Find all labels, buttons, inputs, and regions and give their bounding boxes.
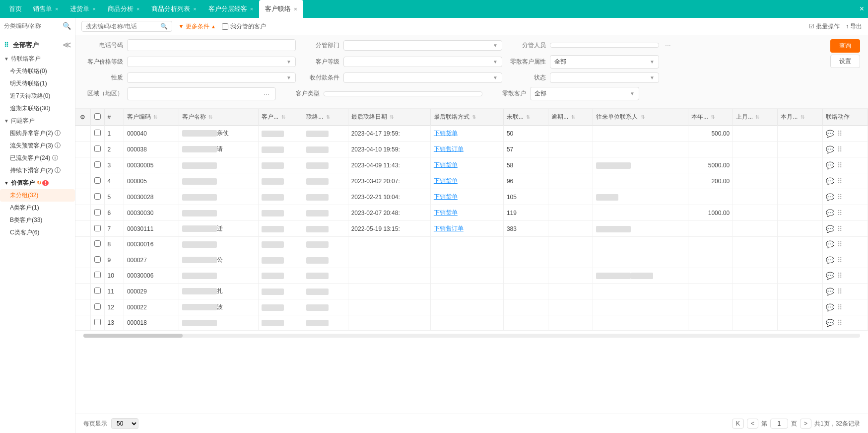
tab-product-list[interactable]: 商品分析列表 × — [145, 0, 202, 18]
manager-dots-icon[interactable]: ··· — [665, 41, 671, 49]
my-customers-checkbox[interactable] — [222, 23, 228, 30]
row-checkbox[interactable] — [94, 209, 101, 216]
grid-icon[interactable]: ⠿ — [837, 209, 842, 217]
message-icon[interactable]: 💬 — [826, 288, 834, 295]
collapse-icon[interactable]: ≪ — [63, 40, 71, 50]
sidebar-item-abnormal[interactable]: 囤购异常客户(2) ⓘ — [0, 127, 75, 140]
grid-icon[interactable]: ⠿ — [837, 303, 842, 311]
tab-product-analysis-close[interactable]: × — [136, 6, 139, 12]
export-btn[interactable]: ↑ 导出 — [846, 22, 862, 31]
grid-icon[interactable]: ⠿ — [837, 193, 842, 201]
th-code[interactable]: 客户编码 ⇅ — [124, 109, 179, 126]
sidebar-item-tomorrow[interactable]: 明天待联络(1) — [0, 77, 75, 90]
tab-purchase-close[interactable]: × — [92, 6, 95, 12]
sidebar-group-pending[interactable]: ▼ 待联络客户 — [0, 53, 75, 65]
sidebar-group-value[interactable]: ▼ 价值客户 ↻ ! — [0, 177, 75, 189]
contact-method-link[interactable]: 下销售订单 — [434, 145, 464, 152]
tab-home[interactable]: 首页 — [4, 0, 27, 18]
phone-input[interactable] — [127, 39, 296, 51]
grid-icon[interactable]: ⠿ — [837, 145, 842, 153]
tab-purchase[interactable]: 进货单 × — [64, 0, 101, 18]
tab-product-list-close[interactable]: × — [193, 6, 196, 12]
next-page-btn[interactable]: > — [800, 419, 811, 429]
row-checkbox[interactable] — [94, 303, 101, 310]
region-select[interactable]: ··· — [127, 87, 276, 100]
th-settings[interactable]: ⚙ — [75, 109, 90, 126]
search-icon[interactable]: 🔍 — [160, 23, 168, 30]
message-icon[interactable]: 💬 — [826, 130, 834, 138]
row-checkbox[interactable] — [94, 130, 101, 136]
sidebar-item-b-class[interactable]: B类客户(33) — [0, 214, 75, 226]
status-select[interactable]: ▼ — [550, 72, 659, 83]
retail-cust-select[interactable]: 全部 ▼ — [530, 87, 639, 100]
th-days-no-contact[interactable]: 未联... ⇅ — [503, 109, 548, 126]
window-close-icon[interactable]: × — [860, 4, 864, 13]
th-type[interactable]: 客户... ⇅ — [259, 109, 303, 126]
message-icon[interactable]: 💬 — [826, 145, 834, 153]
message-icon[interactable]: 💬 — [826, 209, 834, 217]
scrollbar-thumb[interactable] — [83, 334, 183, 338]
message-icon[interactable]: 💬 — [826, 256, 834, 264]
th-last-contact-method[interactable]: 最后联络方式 ⇅ — [430, 109, 503, 126]
grid-icon[interactable]: ⠿ — [837, 288, 842, 295]
nature-select[interactable]: ▼ — [127, 72, 296, 83]
cust-type-select[interactable] — [324, 91, 482, 96]
sidebar-item-week[interactable]: 近7天待联络(0) — [0, 90, 75, 102]
row-checkbox[interactable] — [94, 319, 101, 325]
grid-icon[interactable]: ⠿ — [837, 319, 842, 327]
message-icon[interactable]: 💬 — [826, 193, 834, 201]
retail-attr-select[interactable]: 全部 ▼ — [550, 55, 659, 69]
tab-sales[interactable]: 销售单 × — [27, 0, 64, 18]
search-input[interactable] — [86, 23, 160, 30]
th-name[interactable]: 客户名称 ⇅ — [179, 109, 259, 126]
th-this-year[interactable]: 本年... ⇅ — [688, 109, 733, 126]
row-checkbox[interactable] — [94, 177, 101, 184]
contact-method-link[interactable]: 下销货单 — [434, 177, 458, 184]
row-checkbox[interactable] — [94, 256, 101, 263]
manager-select[interactable] — [550, 43, 659, 48]
th-company-contact[interactable]: 往来单位联系人 ⇅ — [593, 109, 688, 126]
row-checkbox[interactable] — [94, 145, 101, 152]
more-conditions-btn[interactable]: ▼ 更多条件 ▲ — [178, 22, 216, 31]
tab-sales-close[interactable]: × — [55, 6, 58, 12]
row-checkbox[interactable] — [94, 240, 101, 247]
sidebar-item-today[interactable]: 今天待联络(0) — [0, 65, 75, 77]
sidebar-search-input[interactable] — [4, 22, 63, 29]
message-icon[interactable]: 💬 — [826, 240, 834, 248]
sidebar-group-problem[interactable]: ▼ 问题客户 — [0, 115, 75, 127]
grid-icon[interactable]: ⠿ — [837, 161, 842, 169]
message-icon[interactable]: 💬 — [826, 303, 834, 311]
sidebar-item-overdue[interactable]: 逾期未联络(30) — [0, 102, 75, 115]
contact-method-link[interactable]: 下销货单 — [434, 209, 458, 216]
th-this-month[interactable]: 本月... ⇅ — [778, 109, 822, 126]
sidebar-item-c-class[interactable]: C类客户(6) — [0, 226, 75, 239]
sidebar-item-lost[interactable]: 已流失客户(24) ⓘ — [0, 152, 75, 164]
grid-icon[interactable]: ⠿ — [837, 130, 842, 138]
sidebar-item-unscored[interactable]: 未分组(32) — [0, 189, 75, 202]
reset-button[interactable]: 设置 — [830, 55, 860, 68]
th-last-month[interactable]: 上月... ⇅ — [733, 109, 778, 126]
tab-customer-segment[interactable]: 客户分层经客 × — [202, 0, 259, 18]
contact-method-link[interactable]: 下销售订单 — [434, 225, 464, 232]
sidebar-item-declining[interactable]: 持续下滑客户(2) ⓘ — [0, 164, 75, 177]
th-overdue[interactable]: 逾期... ⇅ — [548, 109, 593, 126]
row-checkbox[interactable] — [94, 193, 101, 200]
message-icon[interactable]: 💬 — [826, 177, 834, 185]
sidebar-item-a-class[interactable]: A类客户(1) — [0, 202, 75, 214]
tab-customer-segment-close[interactable]: × — [250, 6, 253, 12]
prev-page-btn[interactable]: < — [747, 419, 758, 429]
tab-customer-contact[interactable]: 客户联络 × — [259, 0, 303, 18]
grid-icon[interactable]: ⠿ — [837, 225, 842, 233]
contact-method-link[interactable]: 下销货单 — [434, 161, 458, 168]
per-page-select[interactable]: 50 100 200 — [111, 418, 138, 429]
grid-icon[interactable]: ⠿ — [837, 256, 842, 264]
cust-grade-select[interactable]: ▼ — [343, 57, 502, 67]
contact-method-link[interactable]: 下销货单 — [434, 130, 458, 137]
sidebar-item-churn[interactable]: 流失预警客户(3) ⓘ — [0, 140, 75, 152]
row-checkbox[interactable] — [94, 272, 101, 278]
grid-icon[interactable]: ⠿ — [837, 240, 842, 248]
row-checkbox[interactable] — [94, 288, 101, 294]
dept-select[interactable]: ▼ — [343, 40, 502, 51]
message-icon[interactable]: 💬 — [826, 272, 834, 280]
message-icon[interactable]: 💬 — [826, 161, 834, 169]
